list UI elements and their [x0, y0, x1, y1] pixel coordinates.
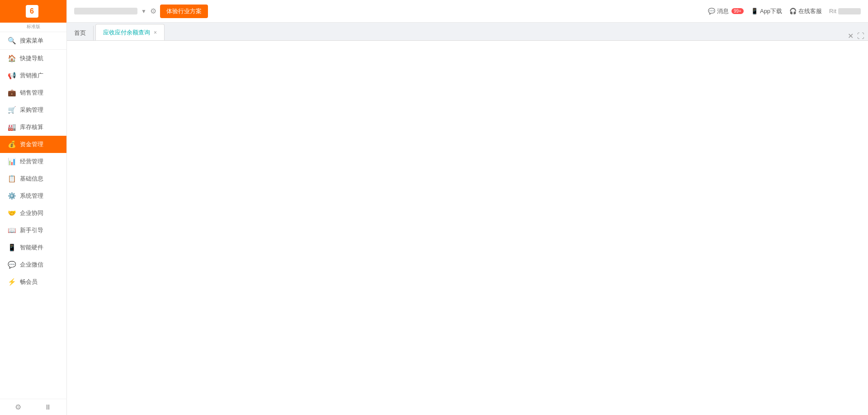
sidebar-item-sales[interactable]: 💼 销售管理	[0, 84, 66, 101]
breadcrumb-dropdown-icon[interactable]: ▼	[141, 8, 146, 14]
sidebar-item-wechat[interactable]: 💬 企业微信	[0, 256, 66, 273]
sidebar-footer: ⚙ ⏸	[0, 399, 66, 415]
wechat-icon: 💬	[7, 261, 16, 269]
sidebar-menu: 🔍 搜索菜单 🏠 快捷导航 📢 营销推广 💼 销售管理 🛒 采购管理 🏭 库存核…	[0, 32, 66, 399]
tab-expand-btn[interactable]: ⛶	[857, 32, 864, 40]
sidebar-item-base[interactable]: 📋 基础信息	[0, 170, 66, 187]
sidebar-item-hardware[interactable]: 📱 智能硬件	[0, 239, 66, 256]
sidebar-item-inventory[interactable]: 🏭 库存核算	[0, 119, 66, 136]
tab-close-btn[interactable]: ×	[154, 29, 157, 36]
notice-icon: 💬	[708, 8, 715, 14]
home-icon: 🏠	[7, 54, 16, 62]
sidebar-settings-btn[interactable]: ⚙	[15, 403, 21, 411]
sidebar-item-system[interactable]: ⚙️ 系统管理	[0, 187, 66, 205]
sidebar-logo: 6 畅捷通财	[0, 0, 66, 23]
sales-icon: 💼	[7, 89, 16, 97]
header-left: ▼ ⚙ 体验行业方案	[74, 5, 208, 18]
header-gear-icon[interactable]: ⚙	[150, 7, 156, 15]
search-icon: 🔍	[7, 37, 16, 45]
sidebar-item-guide[interactable]: 📖 新手引导	[0, 222, 66, 239]
notice-badge: 99+	[731, 8, 744, 14]
system-icon: ⚙️	[7, 192, 16, 200]
service-icon: 🎧	[789, 8, 797, 14]
sidebar-edition: 标准版	[0, 23, 66, 32]
sidebar-item-marketing[interactable]: 📢 营销推广	[0, 67, 66, 84]
promo-button[interactable]: 体验行业方案	[160, 5, 208, 18]
user-info[interactable]: Rit	[829, 8, 861, 14]
inventory-icon: 🏭	[7, 123, 16, 131]
guide-icon: 📖	[7, 226, 16, 234]
tab-bar-actions: ✕ ⛶	[848, 32, 868, 40]
app-download-btn[interactable]: 📱 App下载	[751, 7, 782, 15]
sidebar-item-label: 搜索菜单	[20, 37, 43, 45]
corp-icon: 🤝	[7, 209, 16, 217]
sidebar-item-member[interactable]: ⚡ 畅会员	[0, 273, 66, 291]
sidebar-item-purchase[interactable]: 🛒 采购管理	[0, 101, 66, 119]
notice-btn[interactable]: 💬 消息 99+	[708, 7, 744, 15]
logo-icon: 6	[26, 5, 38, 18]
finance-icon: 💰	[7, 140, 16, 148]
app-icon: 📱	[751, 8, 758, 14]
tab-active[interactable]: 应收应付余额查询 ×	[95, 24, 165, 40]
breadcrumb	[74, 8, 137, 14]
base-icon: 📋	[7, 175, 16, 183]
sidebar-item-corp[interactable]: 🤝 企业协同	[0, 205, 66, 222]
header-right: 💬 消息 99+ 📱 App下载 🎧 在线客服 Rit	[708, 7, 861, 15]
marketing-icon: 📢	[7, 72, 16, 80]
tab-close-window-btn[interactable]: ✕	[848, 32, 854, 40]
sidebar-item-search[interactable]: 🔍 搜索菜单	[0, 32, 66, 50]
tab-bar: 首页 应收应付余额查询 × ✕ ⛶	[67, 23, 868, 41]
sidebar-item-operation[interactable]: 📊 经营管理	[0, 153, 66, 170]
sidebar: 6 畅捷通财 标准版 🔍 搜索菜单 🏠 快捷导航 📢 营销推广 💼 销售管理 🛒…	[0, 0, 67, 415]
member-icon: ⚡	[7, 278, 16, 286]
user-name: Rit	[829, 8, 836, 14]
sidebar-item-finance[interactable]: 💰 资金管理	[0, 136, 66, 153]
purchase-icon: 🛒	[7, 106, 16, 114]
sidebar-item-quicknav[interactable]: 🏠 快捷导航	[0, 50, 66, 67]
tab-home[interactable]: 首页	[67, 26, 94, 40]
operation-icon: 📊	[7, 157, 16, 166]
sidebar-collapse-btn[interactable]: ⏸	[44, 403, 52, 411]
online-service-btn[interactable]: 🎧 在线客服	[789, 7, 822, 15]
hardware-icon: 📱	[7, 243, 16, 252]
top-header: ▼ ⚙ 体验行业方案 💬 消息 99+ 📱 App下载 🎧 在线客服 Rit	[67, 0, 868, 23]
